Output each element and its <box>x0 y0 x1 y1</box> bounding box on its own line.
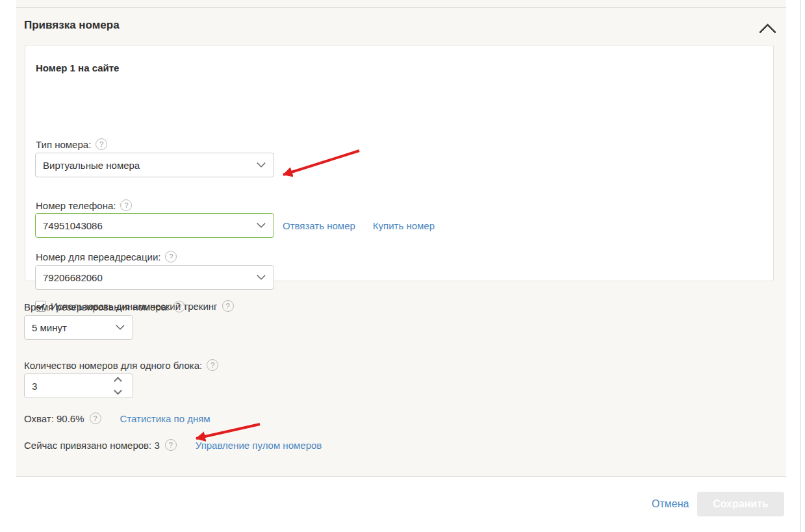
number-stepper[interactable] <box>112 377 123 395</box>
daily-stats-link[interactable]: Статистика по дням <box>120 413 211 424</box>
help-icon[interactable]: ? <box>96 138 107 150</box>
help-icon[interactable]: ? <box>207 359 218 371</box>
forward-number-value: 79206682060 <box>43 272 103 283</box>
number-binding-section: Привязка номера Номер 1 на сайте Тип ном… <box>16 8 786 477</box>
number-type-value: Виртуальные номера <box>43 160 140 171</box>
stepper-down-icon[interactable] <box>114 386 122 395</box>
site-number-card: Номер 1 на сайте Тип номера: ? Виртуальн… <box>25 45 774 281</box>
numbers-per-block-label-row: Количество номеров для одного блока: ? <box>24 359 218 371</box>
stepper-up-icon[interactable] <box>114 377 122 385</box>
bound-numbers-row: Сейчас привязано номеров: 3 ? Управление… <box>24 439 322 451</box>
chevron-up-icon <box>759 23 776 41</box>
forward-number-select[interactable]: 79206682060 <box>35 265 274 290</box>
collapse-section-button[interactable] <box>758 23 777 38</box>
reserve-time-label: Время резервирования номера: <box>24 301 169 312</box>
phone-number-row: 74951043086 Отвязать номер Купить номер <box>35 213 435 238</box>
pool-management-link[interactable]: Управление пулом номеров <box>196 440 322 451</box>
chevron-down-icon <box>257 158 266 168</box>
number-type-select[interactable]: Виртуальные номера <box>35 153 274 177</box>
bound-numbers-label: Сейчас привязано номеров: 3 <box>24 440 160 451</box>
page: { "panel": { "title": "Привязка номера" … <box>0 0 805 532</box>
help-icon[interactable]: ? <box>222 300 234 312</box>
save-button[interactable]: Сохранить <box>697 492 784 516</box>
help-icon[interactable]: ? <box>173 301 185 312</box>
section-title: Привязка номера <box>24 19 120 32</box>
forward-number-label: Номер для переадресации: <box>36 251 160 262</box>
phone-number-label: Номер телефона: <box>36 200 116 211</box>
chevron-down-icon <box>116 321 125 330</box>
forward-number-label-row: Номер для переадресации: ? <box>36 251 177 262</box>
phone-number-label-row: Номер телефона: ? <box>36 199 132 211</box>
numbers-per-block-label: Количество номеров для одного блока: <box>24 360 202 371</box>
numbers-per-block-field <box>24 374 133 398</box>
number-type-label-row: Тип номера: ? <box>36 138 107 150</box>
coverage-row: Охват: 90.6% ? Статистика по дням <box>24 412 211 424</box>
chevron-down-icon <box>257 219 266 228</box>
number-type-label: Тип номера: <box>36 139 91 150</box>
cancel-button[interactable]: Отмена <box>652 498 689 510</box>
coverage-label: Охват: 90.6% <box>24 413 84 424</box>
reserve-time-label-row: Время резервирования номера: ? <box>24 301 185 312</box>
help-icon[interactable]: ? <box>120 199 132 211</box>
reserve-time-value: 5 минут <box>32 322 67 333</box>
unbind-number-link[interactable]: Отвязать номер <box>283 220 355 231</box>
card-title: Номер 1 на сайте <box>36 62 119 73</box>
phone-number-select[interactable]: 74951043086 <box>35 213 274 238</box>
buy-number-link[interactable]: Купить номер <box>373 220 435 231</box>
previous-section-bottom <box>16 0 786 8</box>
reserve-time-select[interactable]: 5 минут <box>24 315 133 340</box>
help-icon[interactable]: ? <box>165 251 177 262</box>
page-right-divider <box>800 0 801 532</box>
chevron-down-icon <box>257 271 266 280</box>
phone-number-value: 74951043086 <box>43 220 103 231</box>
help-icon[interactable]: ? <box>90 412 101 424</box>
help-icon[interactable]: ? <box>165 439 177 451</box>
